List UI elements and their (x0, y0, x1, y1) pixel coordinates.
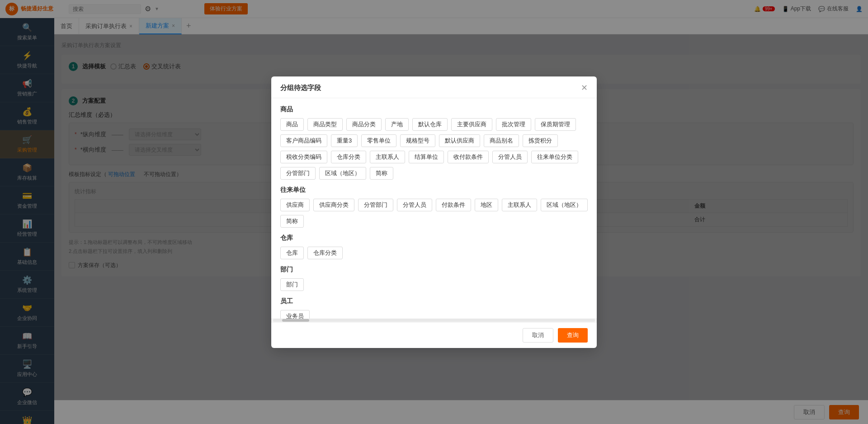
section-title-partner: 往来单位 (280, 186, 588, 194)
modal-cancel-btn[interactable]: 取消 (523, 328, 553, 343)
chip-product-18[interactable]: 结算单位 (409, 151, 444, 163)
staff-chips: 业务员 (280, 310, 588, 319)
chip-partner-7[interactable]: 区域（地区） (541, 199, 588, 211)
hscroll-track (273, 319, 595, 322)
chip-product-22[interactable]: 分管部门 (280, 167, 316, 180)
chip-product-13[interactable]: 商品别名 (484, 134, 519, 147)
field-select-modal: 分组待选字段 ✕ 商品 商品 商品类型 商品分类 产地 默认仓库 主要供应商 批… (271, 76, 597, 348)
chip-product-17[interactable]: 主联系人 (370, 151, 405, 163)
modal-header: 分组待选字段 ✕ (271, 76, 597, 98)
section-title-product: 商品 (280, 105, 588, 114)
chip-product-12[interactable]: 默认供应商 (439, 134, 480, 147)
chip-partner-2[interactable]: 分管部门 (358, 199, 393, 211)
chip-product-4[interactable]: 默认仓库 (412, 118, 448, 131)
chip-staff-0[interactable]: 业务员 (280, 310, 310, 319)
chip-product-15[interactable]: 税收分类编码 (280, 151, 327, 163)
chip-product-24[interactable]: 简称 (370, 167, 393, 180)
chip-partner-8[interactable]: 简称 (280, 215, 304, 228)
modal-body: 商品 商品 商品类型 商品分类 产地 默认仓库 主要供应商 批次管理 保质期管理… (271, 98, 597, 319)
chip-partner-4[interactable]: 付款条件 (436, 199, 471, 211)
chip-product-8[interactable]: 客户商品编码 (280, 134, 327, 147)
modal-confirm-btn[interactable]: 查询 (558, 328, 588, 343)
dept-chips: 部门 (280, 278, 588, 291)
chip-partner-1[interactable]: 供应商分类 (313, 199, 354, 211)
warehouse-chips: 仓库 仓库分类 (280, 247, 588, 259)
chip-product-16[interactable]: 仓库分类 (331, 151, 366, 163)
modal-overlay: 分组待选字段 ✕ 商品 商品 商品类型 商品分类 产地 默认仓库 主要供应商 批… (0, 0, 868, 424)
chip-product-20[interactable]: 分管人员 (492, 151, 528, 163)
chip-warehouse-1[interactable]: 仓库分类 (307, 247, 343, 259)
chip-product-10[interactable]: 零售单位 (361, 134, 396, 147)
chip-product-1[interactable]: 商品类型 (307, 118, 343, 131)
section-title-dept: 部门 (280, 266, 588, 274)
chip-product-21[interactable]: 往来单位分类 (531, 151, 578, 163)
section-title-warehouse: 仓库 (280, 234, 588, 242)
chip-product-23[interactable]: 区域（地区） (319, 167, 366, 180)
section-title-staff: 员工 (280, 297, 588, 305)
hscroll-thumb (282, 319, 309, 322)
chip-product-5[interactable]: 主要供应商 (451, 118, 492, 131)
chip-product-9[interactable]: 重量3 (331, 134, 358, 147)
chip-product-2[interactable]: 商品分类 (346, 118, 382, 131)
chip-partner-0[interactable]: 供应商 (280, 199, 310, 211)
chip-product-3[interactable]: 产地 (385, 118, 409, 131)
chip-product-0[interactable]: 商品 (280, 118, 304, 131)
chip-product-14[interactable]: 拣货积分 (523, 134, 558, 147)
chip-partner-3[interactable]: 分管人员 (397, 199, 432, 211)
chip-product-19[interactable]: 收付款条件 (448, 151, 489, 163)
chip-product-11[interactable]: 规格型号 (400, 134, 435, 147)
modal-footer: 取消 查询 (271, 322, 597, 348)
chip-partner-5[interactable]: 地区 (475, 199, 498, 211)
modal-horizontal-scrollbar[interactable] (271, 319, 597, 322)
chip-product-7[interactable]: 保质期管理 (535, 118, 576, 131)
modal-close-icon[interactable]: ✕ (581, 84, 588, 92)
modal-title: 分组待选字段 (280, 84, 321, 92)
chip-product-6[interactable]: 批次管理 (496, 118, 531, 131)
partner-chips: 供应商 供应商分类 分管部门 分管人员 付款条件 地区 主联系人 区域（地区） … (280, 199, 588, 228)
chip-warehouse-0[interactable]: 仓库 (280, 247, 304, 259)
product-chips: 商品 商品类型 商品分类 产地 默认仓库 主要供应商 批次管理 保质期管理 客户… (280, 118, 588, 180)
chip-dept-0[interactable]: 部门 (280, 278, 304, 291)
chip-partner-6[interactable]: 主联系人 (502, 199, 537, 211)
